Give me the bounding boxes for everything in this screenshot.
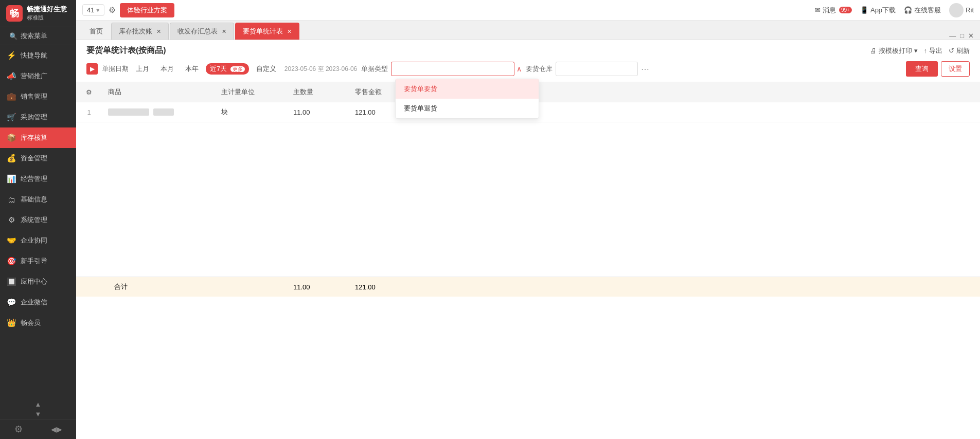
scroll-down-btn[interactable]: ▼: [0, 409, 76, 419]
wechat-label: 企业微信: [21, 298, 47, 307]
tab-receive-close[interactable]: ✕: [222, 28, 226, 35]
date-range-display: 2023-05-06 至 2023-06-06: [284, 65, 357, 74]
col-product-label: 商品: [108, 88, 121, 96]
online-service-btn[interactable]: 🎧 在线客服: [904, 6, 941, 15]
footer-amount-value: 121.00: [355, 283, 376, 291]
sidebar-item-finance[interactable]: 💰 资金管理: [0, 148, 76, 169]
sidebar-item-enterprise[interactable]: 🤝 企业协同: [0, 230, 76, 251]
print-icon: 🖨: [870, 47, 877, 54]
guide-label: 新手引导: [21, 257, 47, 266]
search-menu[interactable]: 🔍 搜索菜单: [0, 27, 76, 45]
message-btn[interactable]: ✉ 消息 99+: [815, 6, 852, 15]
sidebar-item-purchase[interactable]: 🛒 采购管理: [0, 107, 76, 127]
col-unit-label: 主计量单位: [221, 88, 255, 96]
search-icon: 🔍: [9, 32, 17, 40]
warehouse-label: 要货仓库: [526, 64, 553, 74]
brand-version: 标准版: [27, 14, 67, 21]
amount-value: 121.00: [355, 108, 376, 116]
tab-receive-label: 收发存汇总表: [177, 27, 218, 36]
app-download-btn[interactable]: 📱 App下载: [860, 6, 896, 15]
recent-btn[interactable]: 近7天 更多: [206, 63, 249, 75]
sidebar-item-system[interactable]: ⚙ 系统管理: [0, 210, 76, 230]
search-label: 搜索菜单: [21, 31, 47, 41]
window-minimize[interactable]: —: [949, 32, 956, 40]
sidebar-item-operations[interactable]: 📊 经营管理: [0, 169, 76, 189]
store-name: 41: [87, 6, 94, 14]
quick-nav-icon: ⚡: [6, 50, 16, 61]
type-input[interactable]: [391, 62, 514, 76]
last-month-btn[interactable]: 上月: [132, 63, 153, 75]
type-dropdown: 要货单要货 要货单退货: [395, 79, 539, 119]
sidebar-item-quick-nav[interactable]: ⚡ 快捷导航: [0, 45, 76, 66]
refresh-label: 刷新: [956, 46, 970, 56]
footer-settings-icon[interactable]: ⚙: [14, 424, 23, 435]
sidebar-item-app-center[interactable]: 🔲 应用中心: [0, 271, 76, 292]
window-maximize[interactable]: □: [960, 32, 964, 40]
qty-value: 11.00: [293, 108, 310, 116]
custom-date-btn[interactable]: 自定义: [252, 63, 280, 75]
th-settings: ⚙: [76, 82, 102, 102]
type-clear-icon[interactable]: ∧: [516, 65, 522, 73]
window-close[interactable]: ✕: [968, 32, 974, 40]
wechat-icon: 💬: [6, 297, 16, 307]
filter-settings-btn[interactable]: 设置: [941, 61, 970, 77]
tab-batch-close[interactable]: ✕: [156, 28, 161, 35]
topbar-right: ✉ 消息 99+ 📱 App下载 🎧 在线客服 Rit: [815, 3, 974, 17]
tab-batch[interactable]: 库存批次账 ✕: [111, 23, 169, 40]
col-settings-icon[interactable]: ⚙: [86, 88, 92, 96]
sidebar-item-wechat[interactable]: 💬 企业微信: [0, 292, 76, 313]
cell-product: [102, 102, 215, 122]
print-btn[interactable]: 🖨 按模板打印 ▾: [870, 46, 918, 56]
member-icon: 👑: [6, 318, 16, 328]
store-selector[interactable]: 41 ▾: [82, 4, 104, 16]
footer-qty: 11.00: [293, 283, 355, 291]
dropdown-item-order-return[interactable]: 要货单退货: [396, 99, 539, 118]
main-content: 41 ▾ ⚙ 体验行业方案 ✉ 消息 99+ 📱 App下载 🎧 在线客服 R: [76, 0, 980, 439]
th-product: 商品: [102, 82, 215, 102]
user-area[interactable]: Rit: [949, 3, 974, 17]
sales-icon: 💼: [6, 92, 16, 102]
product-placeholder-2: [153, 108, 174, 116]
guide-icon: 🎯: [6, 256, 16, 266]
this-year-btn[interactable]: 本年: [181, 63, 203, 75]
tabs-window-controls: — □ ✕: [949, 32, 974, 40]
warehouse-input[interactable]: [556, 62, 638, 76]
sidebar-item-guide[interactable]: 🎯 新手引导: [0, 251, 76, 271]
trial-btn[interactable]: 体验行业方案: [120, 3, 174, 17]
topbar-settings-icon[interactable]: ⚙: [109, 5, 116, 15]
logo-icon: 畅: [6, 5, 23, 22]
query-btn[interactable]: 查询: [906, 61, 938, 77]
finance-icon: 💰: [6, 153, 16, 163]
app-download-label: App下载: [870, 6, 896, 15]
more-options-icon[interactable]: ⋯: [641, 64, 649, 74]
dropdown-item-order-return-label: 要货单退货: [404, 104, 437, 112]
nav-list: ⚡ 快捷导航 📣 营销推广 💼 销售管理 🛒 采购管理 📦 库存核算 💰 资金管…: [0, 45, 76, 399]
user-name: Rit: [966, 6, 974, 14]
online-service-label: 在线客服: [914, 6, 941, 15]
th-unit: 主计量单位: [215, 82, 287, 102]
cell-qty: 11.00: [287, 102, 349, 122]
system-label: 系统管理: [21, 215, 47, 225]
table-spacer: [76, 122, 980, 277]
tab-order-stat-close[interactable]: ✕: [287, 28, 292, 35]
message-badge: 99+: [839, 7, 852, 13]
action-btns: 查询 设置: [906, 61, 970, 77]
sidebar-item-inventory[interactable]: 📦 库存核算: [0, 127, 76, 148]
sidebar-item-sales[interactable]: 💼 销售管理: [0, 86, 76, 107]
type-label: 单据类型: [361, 64, 388, 74]
sidebar-item-basic-info[interactable]: 🗂 基础信息: [0, 189, 76, 210]
this-month-btn[interactable]: 本月: [156, 63, 178, 75]
tab-home[interactable]: 首页: [82, 23, 110, 40]
scroll-up-btn[interactable]: ▲: [0, 399, 76, 409]
sidebar-item-marketing[interactable]: 📣 营销推广: [0, 66, 76, 86]
tab-order-stat[interactable]: 要货单统计表 ✕: [235, 23, 299, 40]
export-btn[interactable]: ↑ 导出: [924, 46, 943, 56]
footer-collapse-icon[interactable]: ◀▶: [51, 425, 62, 433]
expand-btn[interactable]: ▶: [86, 63, 98, 75]
tab-receive[interactable]: 收发存汇总表 ✕: [170, 23, 234, 40]
sidebar-item-member[interactable]: 👑 畅会员: [0, 313, 76, 333]
chevron-down-icon: ▾: [96, 6, 100, 14]
sales-label: 销售管理: [21, 92, 47, 101]
dropdown-item-order-in[interactable]: 要货单要货: [396, 79, 539, 99]
refresh-btn[interactable]: ↺ 刷新: [949, 46, 970, 56]
